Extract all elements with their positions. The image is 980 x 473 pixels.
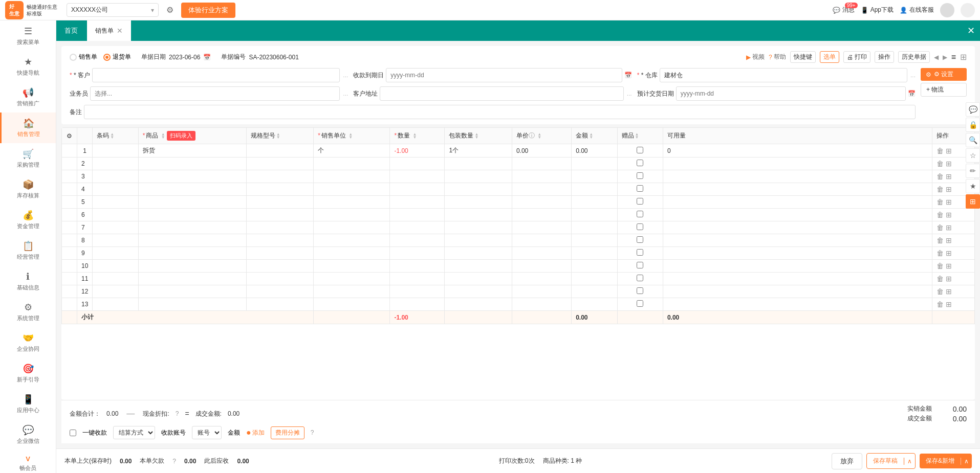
sidebar-item-guide[interactable]: 🎯 新手引导 xyxy=(0,358,56,389)
th-setting[interactable]: ⚙ xyxy=(62,128,77,144)
sort-spec[interactable]: ▲▼ xyxy=(276,133,280,139)
scan-button[interactable]: 扫码录入 xyxy=(167,131,195,141)
sort-amount[interactable]: ▲▼ xyxy=(589,133,593,139)
copy-row-13[interactable]: ⊞ xyxy=(946,300,952,308)
tab-close-icon[interactable]: ✕ xyxy=(117,27,123,35)
delete-row-11[interactable]: 🗑 xyxy=(937,275,944,283)
copy-row-8[interactable]: ⊞ xyxy=(946,236,952,244)
sidebar-item-finance[interactable]: 💰 资金管理 xyxy=(0,205,56,235)
td-gift-1[interactable] xyxy=(617,144,663,157)
nav-prev-icon[interactable]: ◀ xyxy=(934,54,939,61)
td-price-1[interactable]: 0.00 xyxy=(512,144,571,157)
action-history[interactable]: 历史单据 xyxy=(898,51,930,63)
td-amount-1[interactable]: 0.00 xyxy=(572,144,617,157)
float-btn-4[interactable]: ☆ xyxy=(966,148,980,163)
copy-row-12[interactable]: ⊞ xyxy=(946,287,952,296)
quick-pay-checkbox[interactable] xyxy=(70,430,76,436)
customer-addr-input[interactable] xyxy=(380,86,623,101)
warehouse-input[interactable] xyxy=(660,68,907,82)
due-date-input[interactable] xyxy=(386,68,622,82)
delete-row-4[interactable]: 🗑 xyxy=(937,185,944,193)
sidebar-item-quick-nav[interactable]: ★ 快捷导航 xyxy=(0,51,56,82)
copy-row-3[interactable]: ⊞ xyxy=(946,172,952,181)
sort-price[interactable]: ▲▼ xyxy=(537,133,541,139)
copy-row-7[interactable]: ⊞ xyxy=(946,223,952,232)
float-btn-1[interactable]: 💬 xyxy=(966,102,980,117)
copy-row-4[interactable]: ⊞ xyxy=(946,185,952,193)
float-btn-2[interactable]: 🔒 xyxy=(966,118,980,132)
salesperson-input[interactable] xyxy=(90,86,340,101)
td-qty-1[interactable]: -1.00 xyxy=(390,144,445,157)
sidebar-item-purchase[interactable]: 🛒 采购管理 xyxy=(0,143,56,174)
sidebar-item-marketing[interactable]: 📢 营销推广 xyxy=(0,82,56,112)
save-new-arrow-icon[interactable]: ∧ xyxy=(961,458,972,465)
float-btn-3[interactable]: 🔍 xyxy=(966,133,980,147)
action-print[interactable]: 🖨 打印 xyxy=(843,51,870,63)
sidebar-item-collab[interactable]: 🤝 企业协同 xyxy=(0,327,56,358)
table-scroll[interactable]: ⚙ 条码▲▼ *商品 ▲▼ 扫码录入 xyxy=(61,127,975,400)
save-new-button[interactable]: 保存&新增 ∧ xyxy=(920,454,972,468)
due-date-calendar-icon[interactable]: 📅 xyxy=(624,72,632,79)
delete-row-13[interactable]: 🗑 xyxy=(937,300,944,308)
gift-checkbox-1[interactable] xyxy=(637,147,643,153)
settings-icon[interactable]: ⚙ xyxy=(163,3,177,17)
close-page-icon[interactable]: ✕ xyxy=(967,25,975,36)
cash-discount-help-icon[interactable]: ? xyxy=(176,410,179,417)
sort-pack-qty[interactable]: ▲▼ xyxy=(474,133,478,139)
sidebar-item-wechat[interactable]: 💬 企业微信 xyxy=(0,419,56,450)
copy-row-1[interactable]: ⊞ xyxy=(946,147,952,155)
save-draft-button[interactable]: 保存草稿 ∧ xyxy=(866,453,916,469)
delete-row-3[interactable]: 🗑 xyxy=(937,172,944,181)
action-help[interactable]: ? 帮助 xyxy=(769,53,786,61)
delete-row-5[interactable]: 🗑 xyxy=(937,198,944,206)
sidebar-item-sales[interactable]: 🏠 销售管理 xyxy=(0,112,56,143)
price-info-icon[interactable]: ⓘ xyxy=(529,132,535,139)
delete-row-12[interactable]: 🗑 xyxy=(937,287,944,296)
tab-home[interactable]: 首页 xyxy=(56,20,86,41)
td-product-1[interactable]: 拆货 xyxy=(138,144,246,157)
sidebar-item-member[interactable]: V 畅会员 xyxy=(0,450,56,473)
remark-input[interactable] xyxy=(84,105,916,119)
customer-addr-dots-icon[interactable]: ... xyxy=(627,90,632,97)
sort-gift[interactable]: ▲▼ xyxy=(635,133,639,139)
float-btn-5[interactable]: ✏ xyxy=(966,164,980,178)
online-service-button[interactable]: 👤 在线客服 xyxy=(900,6,934,14)
add-payment-button[interactable]: ● 添加 xyxy=(246,428,265,437)
sidebar-item-inventory[interactable]: 📦 库存核算 xyxy=(0,174,56,205)
delete-row-1[interactable]: 🗑 xyxy=(937,147,944,155)
calendar-icon[interactable]: 📅 xyxy=(203,54,211,61)
copy-row-9[interactable]: ⊞ xyxy=(946,249,952,257)
avatar2[interactable] xyxy=(961,3,975,17)
copy-row-6[interactable]: ⊞ xyxy=(946,211,952,219)
settle-method-select[interactable]: 结算方式 xyxy=(113,426,155,439)
delete-row-10[interactable]: 🗑 xyxy=(937,262,944,270)
radio-return-order[interactable]: 退货单 xyxy=(103,53,131,61)
action-video[interactable]: ▶ 视频 xyxy=(746,53,765,61)
td-pack-qty-1[interactable]: 1个 xyxy=(445,144,512,157)
nav-next-icon[interactable]: ▶ xyxy=(943,54,947,61)
action-shortcut[interactable]: 快捷键 xyxy=(790,51,816,63)
discard-button[interactable]: 放弃 xyxy=(832,453,862,469)
action-operate[interactable]: 操作 xyxy=(875,51,894,63)
copy-row-11[interactable]: ⊞ xyxy=(946,275,952,283)
sidebar-item-app-center[interactable]: 📱 应用中心 xyxy=(0,389,56,419)
delete-row-2[interactable]: 🗑 xyxy=(937,160,944,168)
delete-row-6[interactable]: 🗑 xyxy=(937,211,944,219)
view-list-icon[interactable]: ≡ xyxy=(951,53,956,62)
account-select[interactable]: 账号 xyxy=(192,426,222,439)
td-unit-1[interactable]: 个 xyxy=(314,144,390,157)
delete-row-9[interactable]: 🗑 xyxy=(937,249,944,257)
copy-row-5[interactable]: ⊞ xyxy=(946,198,952,206)
copy-row-2[interactable]: ⊞ xyxy=(946,160,952,168)
action-select[interactable]: 选单 xyxy=(820,51,839,63)
delete-row-8[interactable]: 🗑 xyxy=(937,236,944,244)
float-btn-6[interactable]: ★ xyxy=(966,179,980,193)
sort-qty[interactable]: ▲▼ xyxy=(412,133,417,139)
copy-row-10[interactable]: ⊞ xyxy=(946,262,952,270)
message-button[interactable]: 💬 消息 99+ xyxy=(833,6,855,14)
sidebar-item-system[interactable]: ⚙ 系统管理 xyxy=(0,297,56,327)
tab-sales-order[interactable]: 销售单 ✕ xyxy=(87,20,131,41)
save-draft-arrow-icon[interactable]: ∧ xyxy=(904,458,915,465)
delete-row-7[interactable]: 🗑 xyxy=(937,223,944,232)
view-grid-icon[interactable]: ⊞ xyxy=(960,52,967,62)
